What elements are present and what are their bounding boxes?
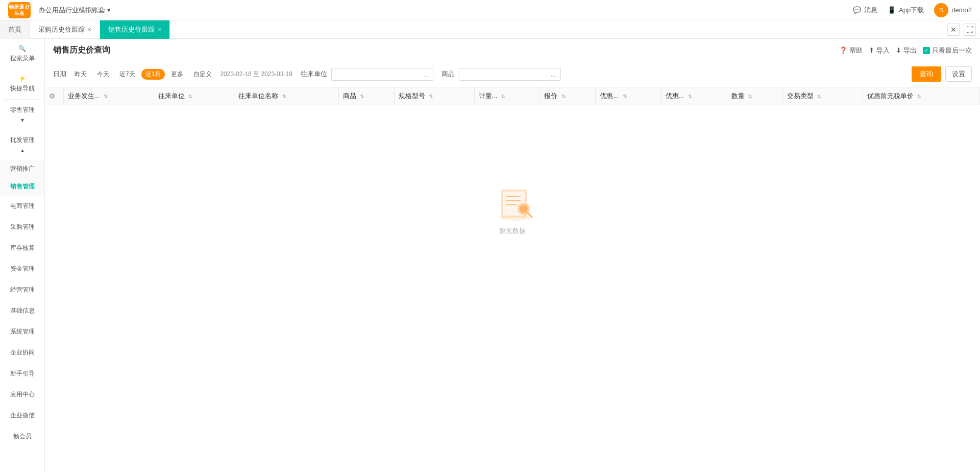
th-biz-date[interactable]: 业务发生... ⇅: [63, 87, 154, 105]
sidebar-item-search[interactable]: 🔍 搜索菜单: [0, 39, 44, 69]
th-pretax-price[interactable]: 优惠前无税单价 ⇅: [863, 87, 979, 105]
table-header-row: ⚙ 业务发生... ⇅ 往来单位 ⇅ 往来单位名称 ⇅: [45, 87, 980, 105]
tab-sales-close[interactable]: ×: [158, 26, 161, 33]
sort-pretax-price-icon: ⇅: [917, 93, 921, 99]
th-product[interactable]: 商品 ⇅: [338, 87, 394, 105]
sidebar-item-inventory[interactable]: 库存核算: [0, 238, 44, 258]
sidebar-item-wechat[interactable]: 企业微信: [0, 405, 44, 426]
sidebar-shortcut-label: 快捷导航: [10, 84, 35, 93]
import-action[interactable]: ⬆ 导入: [869, 46, 890, 55]
close-tab-btn[interactable]: ✕: [947, 23, 960, 36]
export-action[interactable]: ⬇ 导出: [896, 46, 917, 55]
app-download-group[interactable]: 📱 App下载: [888, 6, 924, 15]
settings-button[interactable]: 设置: [945, 66, 972, 82]
sidebar-item-shortcut[interactable]: ⚡ 快捷导航: [0, 69, 44, 99]
import-label: 导入: [876, 46, 890, 55]
filter-bar: 日期 昨天 今天 近7天 近1月 更多 自定义 2023-02-18 至 202…: [45, 61, 980, 87]
wholesale-arrow-icon: ▴: [21, 147, 24, 154]
empty-state: 暂无数据: [45, 105, 980, 310]
sidebar-item-purchase[interactable]: 采购管理: [0, 217, 44, 238]
date-btn-yesterday[interactable]: 昨天: [70, 69, 91, 80]
logo-text: 畅捷通 好生意: [8, 4, 31, 16]
avatar: D: [934, 3, 948, 17]
sidebar-item-ecommerce[interactable]: 电商管理: [0, 196, 44, 217]
last-once-action[interactable]: ✓ 只看最后一次: [923, 46, 972, 55]
product-input[interactable]: ...: [459, 68, 561, 81]
tab-purchase-history[interactable]: 采购历史价跟踪 ×: [30, 20, 100, 39]
sidebar-item-basic[interactable]: 基础信息: [0, 300, 44, 321]
page-header: 销售历史价查询 ❓ 帮助 ⬆ 导入 ⬇ 导出 ✓ 只看最后一次: [45, 39, 980, 61]
th-gear[interactable]: ⚙: [45, 87, 63, 105]
sidebar-item-operations[interactable]: 经营管理: [0, 279, 44, 300]
th-qty-label: 数量: [731, 92, 745, 100]
th-partner-code[interactable]: 往来单位 ⇅: [154, 87, 234, 105]
last-once-checkbox[interactable]: ✓: [923, 47, 930, 54]
topbar: 畅捷通 好生意 办公用品行业模拟账套 ▾ 💬 消息 📱 App下载 D demo…: [0, 0, 980, 20]
help-action[interactable]: ❓ 帮助: [839, 46, 863, 55]
date-btn-more[interactable]: 更多: [167, 69, 187, 80]
app-name: 办公用品行业模拟账套: [39, 6, 105, 15]
app-download-label: App下载: [899, 6, 924, 15]
empty-text: 暂无数据: [499, 226, 526, 235]
sidebar-item-system[interactable]: 系统管理: [0, 321, 44, 342]
partner-input[interactable]: ...: [331, 68, 433, 81]
gear-icon[interactable]: ⚙: [49, 92, 56, 100]
sidebar-member-label: 畅会员: [13, 432, 32, 441]
th-price-label: 报价: [544, 92, 557, 100]
empty-svg: [492, 179, 538, 225]
sidebar-subitem-marketing[interactable]: 营销推广: [0, 160, 44, 178]
query-button[interactable]: 查询: [912, 66, 941, 82]
sidebar-item-finance[interactable]: 资金管理: [0, 258, 44, 279]
sidebar-item-guide[interactable]: 新手引导: [0, 363, 44, 384]
sidebar-item-wholesale[interactable]: 批发管理 ▴: [0, 130, 44, 160]
tab-purchase-close[interactable]: ×: [88, 26, 91, 33]
sidebar-item-apps[interactable]: 应用中心: [0, 384, 44, 405]
th-product-label: 商品: [343, 92, 356, 100]
tab-sales-history[interactable]: 销售历史价跟踪 ×: [100, 20, 170, 39]
th-discount1[interactable]: 优惠... ⇅: [596, 87, 662, 105]
user-name: demo2: [951, 6, 972, 14]
th-unit[interactable]: 计量... ⇅: [474, 87, 540, 105]
date-btn-custom[interactable]: 自定义: [189, 69, 216, 80]
date-btn-1month[interactable]: 近1月: [141, 69, 165, 80]
date-btn-today[interactable]: 今天: [93, 69, 113, 80]
th-biz-date-label: 业务发生...: [68, 92, 100, 100]
topbar-right: 💬 消息 📱 App下载 D demo2: [853, 3, 972, 17]
page-actions: ❓ 帮助 ⬆ 导入 ⬇ 导出 ✓ 只看最后一次: [839, 46, 972, 55]
tabbar: 首页 采购历史价跟踪 × 销售历史价跟踪 × ✕ ⛶: [0, 20, 980, 39]
th-discount2[interactable]: 优惠... ⇅: [662, 87, 727, 105]
topbar-left: 畅捷通 好生意 办公用品行业模拟账套 ▾: [8, 2, 115, 18]
sidebar-sales-label: 销售管理: [10, 183, 35, 190]
maximize-btn[interactable]: ⛶: [964, 23, 976, 36]
svg-point-7: [520, 205, 528, 213]
th-discount2-label: 优惠...: [666, 92, 684, 100]
tab-sales-label: 销售历史价跟踪: [108, 25, 155, 34]
date-btn-7days[interactable]: 近7天: [115, 69, 139, 80]
sidebar-item-member[interactable]: 畅会员: [0, 426, 44, 447]
user-group[interactable]: D demo2: [934, 3, 972, 17]
sidebar-item-enterprise[interactable]: 企业协同: [0, 342, 44, 363]
sort-discount2-icon: ⇅: [688, 93, 692, 99]
sidebar-subitem-sales[interactable]: 销售管理: [0, 178, 44, 196]
sidebar-search-label: 搜索菜单: [10, 54, 35, 63]
sidebar-wholesale-label: 批发管理: [10, 136, 35, 145]
sidebar-item-retail[interactable]: 零售管理 ▾: [0, 100, 44, 130]
logo: 畅捷通 好生意: [8, 2, 31, 18]
message-group[interactable]: 💬 消息: [853, 6, 877, 15]
th-price[interactable]: 报价 ⇅: [540, 87, 596, 105]
th-trade-type[interactable]: 交易类型 ⇅: [782, 87, 863, 105]
sort-price-icon: ⇅: [561, 93, 566, 99]
th-spec[interactable]: 规格型号 ⇅: [394, 87, 474, 105]
shortcut-icon: ⚡: [18, 75, 26, 82]
th-qty[interactable]: 数量 ⇅: [727, 87, 782, 105]
partner-filter-group: 往来单位 ...: [301, 68, 433, 81]
partner-label: 往来单位: [301, 69, 327, 79]
search-icon: 🔍: [18, 45, 26, 52]
sidebar-apps-label: 应用中心: [10, 390, 35, 399]
avatar-initial: D: [939, 7, 943, 13]
app-selector[interactable]: 办公用品行业模拟账套 ▾: [35, 4, 115, 17]
data-table: ⚙ 业务发生... ⇅ 往来单位 ⇅ 往来单位名称 ⇅: [45, 87, 980, 105]
tab-home[interactable]: 首页: [0, 20, 30, 39]
date-range: 2023-02-18 至 2023-03-18: [220, 70, 292, 79]
th-partner-name[interactable]: 往来单位名称 ⇅: [234, 87, 338, 105]
